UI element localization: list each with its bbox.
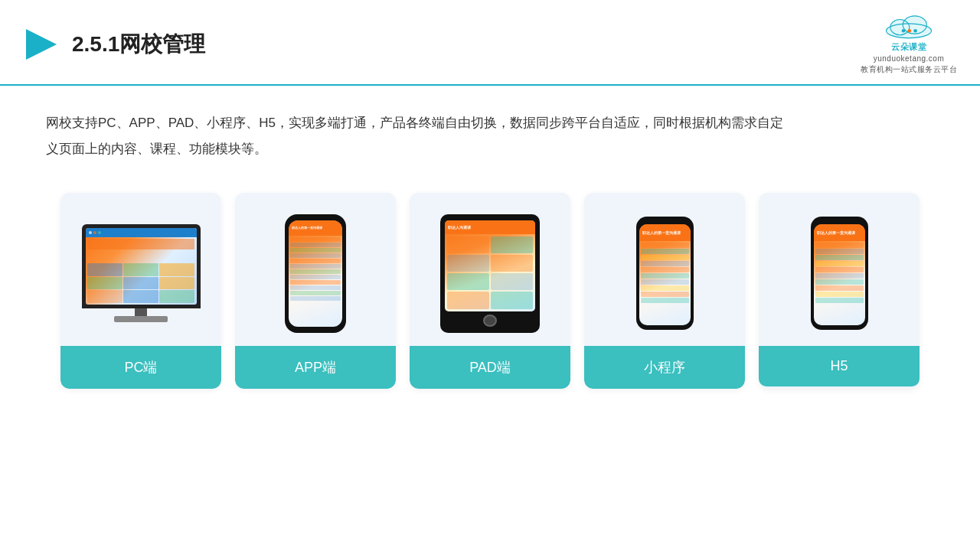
card-pc-image [60, 193, 221, 346]
svg-marker-0 [26, 29, 57, 60]
card-h5: 职达人的第一堂沟通课 [759, 193, 920, 389]
card-miniprogram: 职达人的第一堂沟通课 [584, 193, 745, 389]
logo-url: yunduoketang.com [874, 54, 945, 63]
logo-area: 云朵课堂 yunduoketang.com 教育机构一站式服务云平台 [861, 14, 957, 75]
description-text: 网校支持PC、APP、PAD、小程序、H5，实现多端打通，产品各终端自由切换，数… [0, 86, 842, 170]
header: 2.5.1网校管理 云朵课堂 yunduoketang.com 教育机构一站式服… [0, 0, 980, 86]
phone-mockup-h5: 职达人的第一堂沟通课 [811, 217, 868, 330]
logo-icon [882, 14, 936, 41]
card-pc-label: PC端 [60, 346, 221, 389]
page-title: 2.5.1网校管理 [72, 30, 205, 59]
cards-container: PC端 职达人的第一堂沟通课 [0, 178, 980, 404]
card-app-image: 职达人的第一堂沟通课 [235, 193, 396, 346]
card-pc: PC端 [60, 193, 221, 389]
header-left: 2.5.1网校管理 [23, 26, 205, 63]
pc-mockup [82, 224, 201, 322]
svg-point-8 [907, 29, 911, 33]
card-h5-label: H5 [759, 346, 920, 386]
card-miniprogram-image: 职达人的第一堂沟通课 [584, 193, 745, 346]
card-app: 职达人的第一堂沟通课 [235, 193, 396, 389]
tablet-mockup: 职达人沟通课 [440, 214, 540, 333]
play-icon [23, 26, 60, 63]
card-miniprogram-label: 小程序 [584, 346, 745, 389]
pc-screen [82, 224, 201, 308]
card-pad-label: PAD端 [410, 346, 570, 389]
phone-mockup-app: 职达人的第一堂沟通课 [285, 214, 346, 333]
card-pad: 职达人沟通课 [410, 193, 570, 389]
svg-point-9 [913, 29, 917, 33]
phone-mockup-mini: 职达人的第一堂沟通课 [636, 217, 694, 330]
card-pad-image: 职达人沟通课 [410, 193, 570, 346]
logo-subtitle: 教育机构一站式服务云平台 [861, 64, 957, 75]
card-h5-image: 职达人的第一堂沟通课 [759, 193, 920, 346]
card-app-label: APP端 [235, 346, 396, 389]
logo-name: 云朵课堂 [891, 41, 926, 53]
svg-point-7 [902, 29, 906, 33]
